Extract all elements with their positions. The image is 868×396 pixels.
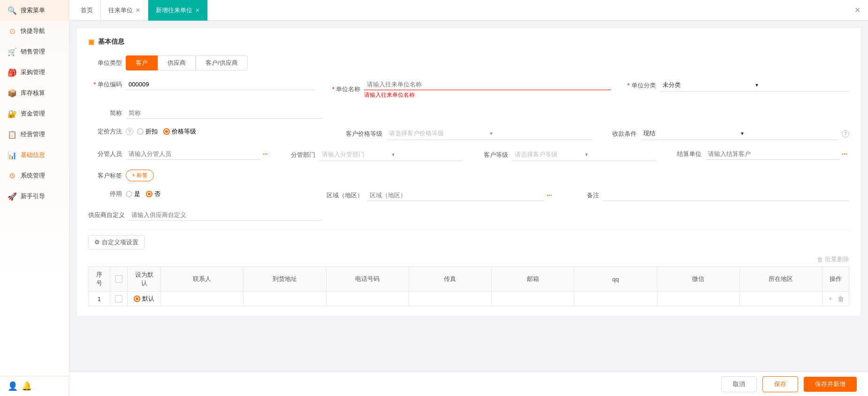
delete-row-icon[interactable]: 🗑 bbox=[838, 295, 844, 303]
code-name-category-row: 单位编码 单位名称 请输入往来单位名称 单位分类 bbox=[88, 79, 849, 99]
save-add-button[interactable]: 保存并新增 bbox=[804, 377, 857, 392]
unit-name-label: 单位名称 bbox=[327, 85, 364, 93]
tab-new-partner-close[interactable]: ✕ bbox=[195, 7, 200, 14]
short-name-label: 简称 bbox=[88, 109, 126, 117]
add-row-icon[interactable]: ＋ bbox=[827, 295, 834, 303]
table-header-row: 序号 设为默认 联系人 到货地址 电话号码 传真 邮箱 qq 微信 所在地区 操… bbox=[89, 267, 849, 292]
email-input[interactable] bbox=[496, 295, 569, 303]
tab-partner-label: 往来单位 bbox=[108, 6, 133, 15]
unit-type-label: 单位类型 bbox=[88, 59, 126, 67]
phone-input[interactable] bbox=[331, 295, 404, 303]
unit-category-select[interactable]: 未分类 ▾ bbox=[660, 79, 849, 92]
sales-icon: 🛒 bbox=[8, 47, 17, 56]
type-btn-both[interactable]: 客户/供应商 bbox=[196, 55, 248, 70]
unit-category-label: 单位分类 bbox=[622, 81, 660, 90]
manager-field: 分管人员 ··· bbox=[88, 148, 270, 160]
unit-name-input[interactable] bbox=[364, 79, 610, 90]
contact-input[interactable] bbox=[166, 295, 238, 303]
wechat-input[interactable] bbox=[662, 295, 735, 303]
sidebar-item-inventory[interactable]: 📦 库存核算 bbox=[0, 83, 69, 103]
sidebar-item-guide[interactable]: 🚀 新手引导 bbox=[0, 186, 69, 207]
disabled-no-radio[interactable]: 否 bbox=[146, 190, 160, 198]
add-tag-button[interactable]: + 标签 bbox=[126, 170, 154, 181]
management-icon: 📋 bbox=[8, 130, 17, 139]
select-all-checkbox[interactable] bbox=[115, 275, 122, 283]
region-more-btn[interactable]: ··· bbox=[545, 192, 554, 199]
sidebar-item-label: 系统管理 bbox=[21, 171, 45, 180]
sidebar-item-sales[interactable]: 🛒 销售管理 bbox=[0, 41, 69, 62]
department-select[interactable]: 请输入分管部门 ▾ bbox=[319, 148, 464, 161]
type-btn-customer[interactable]: 客户 bbox=[126, 55, 158, 70]
region-input[interactable] bbox=[367, 190, 545, 201]
pricing-discount-radio[interactable]: 折扣 bbox=[137, 127, 158, 136]
sidebar-item-quicknav[interactable]: ⊙ 快捷导航 bbox=[0, 21, 69, 41]
notification-icon: 🔔 bbox=[22, 381, 32, 391]
custom-settings-button[interactable]: ⚙ 自定义项设置 bbox=[88, 235, 145, 249]
cell-action: ＋ 🗑 bbox=[822, 292, 849, 306]
settlement-unit-field: 结算单位 ··· bbox=[668, 148, 850, 160]
sidebar-item-label: 销售管理 bbox=[21, 47, 45, 56]
tab-home[interactable]: 首页 bbox=[73, 0, 101, 21]
payment-terms-select[interactable]: 现结 ▾ bbox=[640, 127, 839, 140]
remark-input[interactable] bbox=[603, 190, 849, 201]
supplier-custom-field: 供应商自定义 bbox=[88, 210, 322, 221]
customer-price-level-select[interactable]: 请选择客户价格等级 ▾ bbox=[386, 127, 592, 140]
sidebar-item-finance[interactable]: 🔐 资金管理 bbox=[0, 103, 69, 124]
fax-input[interactable] bbox=[414, 295, 487, 303]
radio-label: 折扣 bbox=[145, 127, 158, 136]
type-btn-supplier[interactable]: 供应商 bbox=[158, 55, 196, 70]
cell-wechat bbox=[657, 292, 739, 306]
qq-input[interactable] bbox=[579, 295, 652, 303]
unit-name-field: 单位名称 请输入往来单位名称 bbox=[327, 79, 610, 99]
cancel-button[interactable]: 取消 bbox=[721, 376, 757, 392]
search-icon: 🔍 bbox=[8, 6, 17, 15]
sidebar-item-label: 库存核算 bbox=[21, 89, 45, 97]
sidebar-item-label: 采购管理 bbox=[21, 68, 45, 77]
cell-qq bbox=[574, 292, 657, 306]
payment-help-icon[interactable]: ? bbox=[842, 130, 849, 138]
manager-more-btn[interactable]: ··· bbox=[261, 150, 270, 158]
radio-circle bbox=[126, 191, 132, 197]
disabled-yes-radio[interactable]: 是 bbox=[126, 190, 140, 198]
pricing-level-radio[interactable]: 价格等级 bbox=[163, 127, 196, 136]
disabled-label: 停用 bbox=[88, 190, 126, 198]
pricing-method-field: 定价方法 ? 折扣 价格等级 bbox=[88, 127, 335, 136]
window-close-icon[interactable]: ✕ bbox=[851, 6, 864, 15]
basic-icon: 📊 bbox=[8, 150, 17, 160]
unit-type-btn-group: 客户 供应商 客户/供应商 bbox=[126, 55, 248, 70]
manager-input[interactable] bbox=[126, 148, 261, 160]
tab-partner-close[interactable]: ✕ bbox=[136, 7, 140, 14]
cell-default: 默认 bbox=[127, 292, 160, 306]
sidebar-item-management[interactable]: 📋 经营管理 bbox=[0, 124, 69, 145]
tab-partner[interactable]: 往来单位 ✕ bbox=[101, 0, 148, 21]
sidebar-item-basic[interactable]: 📊 基础信息 bbox=[0, 145, 69, 165]
sidebar-item-search[interactable]: 🔍 搜索菜单 bbox=[0, 0, 69, 21]
default-radio[interactable]: 默认 bbox=[132, 295, 156, 303]
short-name-input[interactable] bbox=[126, 108, 322, 119]
form-card: ▣ 基本信息 单位类型 客户 供应商 客户/供应商 单位编码 bbox=[77, 28, 860, 316]
settlement-unit-label: 结算单位 bbox=[668, 150, 705, 158]
settlement-more-btn[interactable]: ··· bbox=[840, 150, 849, 158]
customer-tag-label: 客户标签 bbox=[88, 171, 126, 180]
sidebar-item-label: 新手引导 bbox=[21, 192, 45, 201]
tab-new-partner[interactable]: 新增往来单位 ✕ bbox=[148, 0, 208, 21]
row-checkbox[interactable] bbox=[115, 295, 122, 303]
tab-new-partner-label: 新增往来单位 bbox=[156, 6, 192, 15]
region-input[interactable] bbox=[745, 295, 817, 303]
sidebar-item-system[interactable]: ⚙ 系统管理 bbox=[0, 165, 69, 186]
supplier-custom-input[interactable] bbox=[129, 210, 322, 221]
pricing-help-icon[interactable]: ? bbox=[126, 128, 133, 135]
address-input[interactable] bbox=[248, 295, 321, 303]
customer-price-level-label: 客户价格等级 bbox=[346, 130, 386, 138]
chevron-down-icon: ▾ bbox=[741, 130, 836, 137]
unit-code-input[interactable] bbox=[126, 79, 315, 90]
customer-level-select[interactable]: 请选择客户等级 ▾ bbox=[512, 148, 656, 161]
settlement-unit-input[interactable] bbox=[705, 148, 840, 160]
department-field: 分管部门 请输入分管部门 ▾ bbox=[282, 148, 464, 161]
sidebar-item-purchase[interactable]: 🎒 采购管理 bbox=[0, 62, 69, 83]
payment-terms-label: 收款条件 bbox=[603, 130, 640, 138]
region-field: 区域（地区） ··· bbox=[327, 190, 554, 201]
save-button[interactable]: 保存 bbox=[762, 376, 798, 392]
sidebar-item-label: 资金管理 bbox=[21, 109, 45, 118]
batch-delete-btn[interactable]: 🗑 批量删除 bbox=[88, 255, 849, 264]
